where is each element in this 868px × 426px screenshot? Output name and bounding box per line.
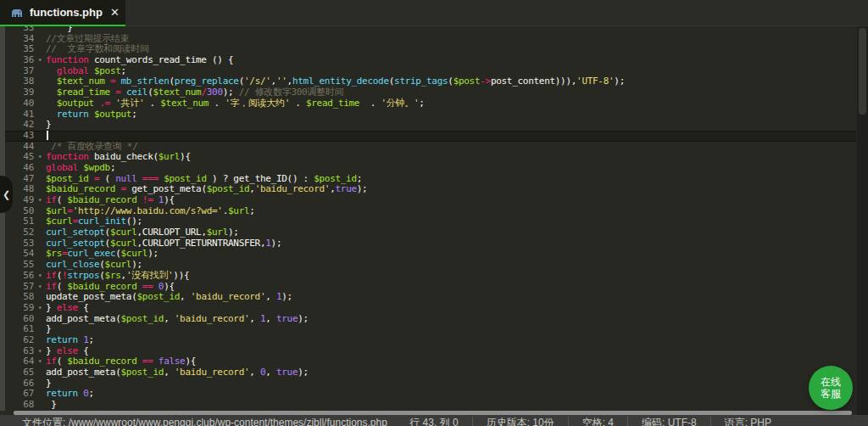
code-text: return $output; (46, 109, 137, 121)
status-divider (472, 417, 473, 426)
fold-gutter (34, 206, 46, 217)
status-divider (710, 417, 711, 426)
support-label-line2: 客服 (821, 388, 841, 400)
fold-gutter (34, 335, 46, 346)
fold-gutter (34, 389, 46, 400)
vertical-scrollbar-thumb[interactable] (859, 28, 866, 115)
code-editor-window: 33 }34//文章过期提示结束35// 文章字数和阅读时间36▾functio… (0, 0, 868, 426)
line-number: 40 (5, 98, 34, 109)
fold-gutter (34, 184, 46, 195)
status-divider (627, 417, 628, 426)
code-line[interactable]: 60add_post_meta($post_id, 'baidu_record'… (5, 314, 856, 325)
status-item: 空格: 4 (581, 417, 615, 426)
line-number: 65 (5, 367, 34, 378)
fold-gutter (34, 227, 46, 238)
online-support-button[interactable]: 在线 客服 (809, 366, 853, 410)
status-item: 历史版本: 10份 (485, 417, 556, 426)
line-number: 39 (5, 87, 34, 98)
fold-gutter (34, 314, 46, 325)
fold-gutter (34, 238, 46, 249)
code-text: } (46, 400, 57, 411)
code-line[interactable]: 65add_post_meta($post_id, 'baidu_record'… (5, 367, 856, 378)
code-line[interactable]: 62return 1; (5, 335, 856, 346)
line-number: 59 (5, 303, 34, 314)
fold-arrow-icon[interactable]: ▾ (34, 282, 46, 293)
fold-gutter (34, 367, 46, 378)
code-line[interactable]: 61} (5, 324, 856, 335)
close-icon[interactable]: ✕ (110, 6, 120, 19)
fold-gutter (34, 324, 46, 335)
left-panel-edge (0, 26, 5, 411)
fold-gutter (34, 216, 46, 227)
line-number: 43 (5, 131, 34, 142)
fold-arrow-icon[interactable]: ▾ (34, 195, 46, 206)
file-path-label: 文件位置: /www/wwwroot/www.pengqi.club/wp-co… (20, 417, 389, 426)
fold-gutter (34, 87, 46, 98)
status-bar: 文件位置: /www/wwwroot/www.pengqi.club/wp-co… (0, 415, 868, 426)
line-number: 58 (5, 292, 34, 303)
code-line[interactable]: 36▾function count_words_read_time () { (5, 55, 856, 66)
code-line[interactable]: 66} (5, 378, 856, 390)
line-number: 36 (5, 55, 34, 66)
tab-bar: functions.php ✕ (0, 0, 868, 26)
fold-gutter (34, 249, 46, 260)
line-number: 56 (5, 271, 34, 282)
fold-gutter (34, 400, 46, 411)
fold-arrow-icon[interactable]: ▾ (34, 152, 46, 163)
status-item: 语言: PHP (723, 417, 773, 426)
status-item: 编码: UTF-8 (640, 417, 698, 426)
fold-gutter (34, 120, 46, 131)
fold-gutter (34, 109, 46, 121)
fold-gutter (34, 163, 46, 174)
code-line[interactable]: 41 return $output; (5, 109, 856, 121)
line-number: 52 (5, 227, 34, 238)
status-items: 行 43, 列 0历史版本: 10份空格: 4编码: UTF-8语言: PHP (408, 417, 773, 426)
fold-gutter (34, 142, 46, 153)
fold-arrow-icon[interactable]: ▾ (34, 303, 46, 314)
line-number: 42 (5, 120, 34, 131)
code-line[interactable]: 45▾function baidu_check($url){ (5, 152, 856, 163)
code-line[interactable]: 68 } (5, 400, 856, 411)
status-item: 行 43, 列 0 (408, 417, 459, 426)
tab-functions-php[interactable]: functions.php ✕ (0, 0, 125, 26)
code-text: add_post_meta($post_id, 'baidu_record', … (46, 367, 309, 378)
fold-arrow-icon[interactable]: ▾ (34, 55, 46, 66)
fold-gutter (34, 378, 46, 390)
chevron-left-icon: ❮ (3, 189, 10, 200)
fold-gutter (34, 260, 46, 271)
code-lines[interactable]: 33 }34//文章过期提示结束35// 文章字数和阅读时间36▾functio… (5, 23, 856, 412)
code-line[interactable]: 42} (5, 120, 856, 131)
line-number: 62 (5, 335, 34, 346)
line-number: 46 (5, 163, 34, 174)
php-icon (10, 8, 24, 18)
fold-gutter (34, 76, 46, 87)
line-number: 55 (5, 260, 34, 271)
fold-gutter (34, 174, 46, 185)
fold-arrow-icon[interactable]: ▾ (34, 356, 46, 367)
fold-gutter (34, 98, 46, 109)
text-cursor (47, 131, 48, 140)
tab-title: functions.php (30, 6, 103, 19)
status-divider (568, 417, 569, 426)
fold-gutter (34, 66, 46, 77)
code-text: } (46, 120, 51, 131)
support-label-line1: 在线 (821, 376, 841, 388)
code-text: add_post_meta($post_id, 'baidu_record', … (46, 314, 309, 325)
code-line[interactable]: 58update_post_meta($post_id, 'baidu_reco… (5, 292, 856, 303)
fold-gutter (34, 34, 46, 45)
line-number: 68 (5, 400, 34, 411)
sidebar-collapse-button[interactable]: ❮ (0, 176, 13, 213)
code-line[interactable]: 67return 0; (5, 389, 856, 400)
fold-arrow-icon[interactable]: ▾ (34, 346, 46, 357)
fold-gutter (34, 292, 46, 303)
fold-gutter (34, 44, 46, 55)
fold-gutter (34, 131, 46, 142)
vertical-scrollbar[interactable] (857, 26, 868, 415)
fold-arrow-icon[interactable]: ▾ (34, 271, 46, 282)
